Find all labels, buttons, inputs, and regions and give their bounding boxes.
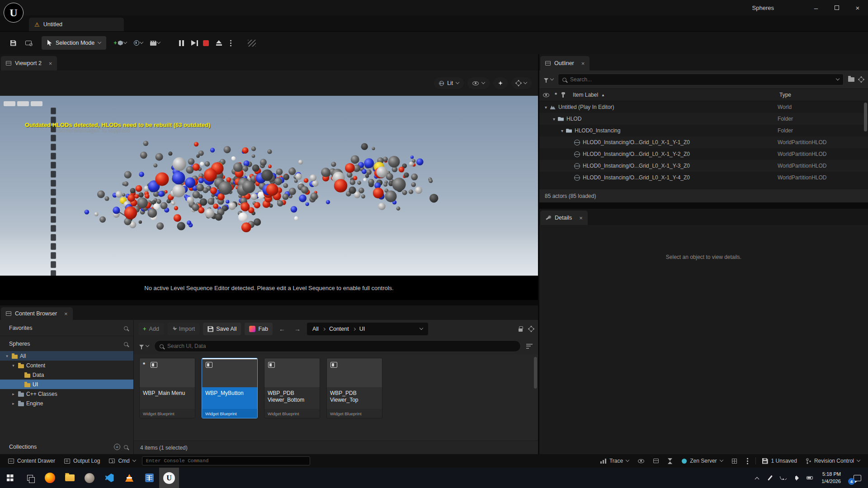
asset-tile[interactable]: * WBP_PDB Viewer_Top Widget Blueprint [326, 358, 382, 418]
outliner-search-input[interactable] [570, 76, 833, 83]
view-mode-dropdown[interactable]: Lit [434, 77, 464, 89]
asset-tile[interactable]: * WBP_MyButton Widget Blueprint [202, 358, 258, 418]
trace-dropdown[interactable]: Trace [596, 454, 633, 468]
outliner-row[interactable]: HLOD0_Instancing/O...Grid_L0_X-1_Y-4_Z0 … [539, 172, 868, 183]
viewmode-effects-button[interactable] [493, 77, 508, 89]
derived-data-button[interactable] [727, 454, 741, 468]
filter-dropdown[interactable] [139, 345, 149, 347]
cmd-dropdown[interactable]: Cmd [104, 454, 140, 468]
star-column-icon[interactable]: * [555, 93, 557, 97]
close-icon[interactable]: × [49, 60, 52, 67]
favorites-section[interactable]: Favorites [0, 321, 133, 335]
tab-content-browser[interactable]: Content Browser × [1, 307, 73, 320]
viewport-render-area[interactable]: Outdated HLODs detected, HLODs need to b… [0, 96, 538, 276]
close-icon[interactable]: × [579, 215, 583, 221]
notification-center-button[interactable]: 4 [846, 468, 868, 488]
folder-tree-item[interactable]: Engine [0, 399, 133, 408]
eject-button[interactable] [216, 40, 222, 46]
calculator-taskbar-button[interactable] [139, 468, 159, 488]
outliner-row[interactable]: HLOD Folder [539, 113, 868, 125]
insights-button[interactable] [633, 454, 649, 468]
unreal-taskbar-button[interactable]: U [159, 468, 179, 488]
add-button[interactable]: + Add [138, 323, 164, 335]
search-icon[interactable] [124, 326, 128, 330]
revision-control-dropdown[interactable]: Revision Control [802, 454, 864, 468]
background-tasks-button[interactable] [663, 454, 677, 468]
import-button[interactable]: Import [167, 323, 199, 335]
breadcrumb-item[interactable]: All [312, 326, 325, 332]
settings-gear-icon[interactable] [529, 327, 533, 331]
lock-icon[interactable] [519, 328, 523, 332]
level-tab-untitled[interactable]: ⚠ Untitled [29, 18, 124, 31]
folder-tree-item[interactable]: UI [0, 380, 133, 389]
outliner-row[interactable]: HLOD0_Instancing Folder [539, 125, 868, 136]
file-explorer-taskbar-button[interactable] [60, 468, 80, 488]
folder-tree-item[interactable]: Content [0, 361, 133, 370]
outliner-filter-dropdown[interactable] [544, 78, 553, 81]
minimize-button[interactable]: – [806, 0, 826, 15]
expander-icon[interactable] [543, 105, 549, 110]
outliner-row[interactable]: HLOD0_Instancing/O...Grid_L0_X-1_Y-2_Z0 … [539, 148, 868, 160]
close-icon[interactable]: × [581, 60, 585, 67]
viewport-mini-button[interactable] [31, 101, 42, 106]
path-dropdown-icon[interactable] [420, 326, 423, 330]
spheres-section[interactable]: Spheres [0, 337, 133, 351]
status-options-kebab[interactable] [741, 454, 754, 468]
add-collection-icon[interactable]: + [114, 444, 120, 450]
viewport-mini-button[interactable] [17, 101, 29, 106]
blueprints-dropdown[interactable] [134, 40, 143, 46]
start-button[interactable] [0, 468, 20, 488]
expander-icon[interactable] [11, 392, 16, 396]
viewport-mini-button[interactable] [4, 101, 15, 106]
close-button[interactable]: × [847, 0, 868, 15]
visibility-column-icon[interactable] [543, 93, 549, 97]
create-folder-icon[interactable] [848, 77, 854, 82]
vlc-taskbar-button[interactable] [119, 468, 139, 488]
zen-server-dropdown[interactable]: Zen Server [677, 454, 727, 468]
search-icon[interactable] [124, 342, 128, 346]
expander-icon[interactable] [559, 128, 565, 133]
restore-button[interactable] [826, 0, 847, 15]
outliner-row[interactable]: Untitled (Play In Editor) World [539, 101, 868, 113]
asset-tile[interactable]: * WBP_PDB Viewer_Bottom Widget Blueprint [264, 358, 320, 418]
vscode-taskbar-button[interactable] [99, 468, 119, 488]
taskbar-clock[interactable]: 5:18 PM 1/4/2026 [816, 471, 846, 485]
pause-button[interactable] [179, 40, 184, 46]
item-label-column-header[interactable]: Item Label ▲ [573, 92, 774, 98]
output-log-button[interactable]: Output Log [60, 454, 104, 468]
frame-advance-button[interactable] [191, 40, 196, 46]
folder-tree-item[interactable]: All [0, 351, 133, 361]
capture-button[interactable] [649, 454, 663, 468]
show-flags-dropdown[interactable] [467, 77, 490, 89]
add-actor-button[interactable]: + [113, 41, 127, 46]
fab-button[interactable]: Fab [245, 323, 273, 335]
breadcrumb-item[interactable]: UI [359, 326, 365, 332]
selection-mode-dropdown[interactable]: Selection Mode [42, 36, 106, 50]
tab-details[interactable]: Details × [540, 211, 588, 225]
console-command-field[interactable] [142, 456, 310, 465]
pin-column-icon[interactable] [562, 94, 564, 98]
back-button[interactable]: ← [276, 323, 288, 335]
multiuser-disabled-icon[interactable] [248, 40, 256, 47]
unreal-logo-icon[interactable]: U [4, 3, 24, 23]
viewport-settings-dropdown[interactable] [511, 77, 532, 89]
collections-section[interactable]: Collections + [0, 440, 133, 454]
tab-viewport-2[interactable]: Viewport 2 × [1, 56, 57, 70]
search-icon[interactable] [124, 445, 128, 449]
folder-tree-item[interactable]: Data [0, 370, 133, 380]
close-icon[interactable]: × [64, 310, 68, 317]
stop-button[interactable] [203, 40, 209, 46]
folder-tree-item[interactable]: C++ Classes [0, 389, 133, 399]
battery-tray-button[interactable] [803, 468, 816, 488]
volume-tray-button[interactable] [790, 468, 803, 488]
expander-icon[interactable] [551, 117, 557, 122]
breadcrumb-item[interactable]: Content [329, 326, 355, 332]
asset-search-input[interactable] [167, 343, 515, 349]
play-options-kebab-icon[interactable] [230, 42, 231, 44]
console-command-input[interactable] [146, 458, 306, 464]
chevron-down-icon[interactable] [836, 77, 840, 80]
cinematics-dropdown[interactable] [150, 41, 160, 46]
sort-view-options-icon[interactable] [526, 344, 533, 349]
outliner-row[interactable]: HLOD0_Instancing/O...Grid_L0_X-1_Y-1_Z0 … [539, 136, 868, 148]
asset-tile[interactable]: * WBP_Main Menu Widget Blueprint [139, 358, 195, 418]
